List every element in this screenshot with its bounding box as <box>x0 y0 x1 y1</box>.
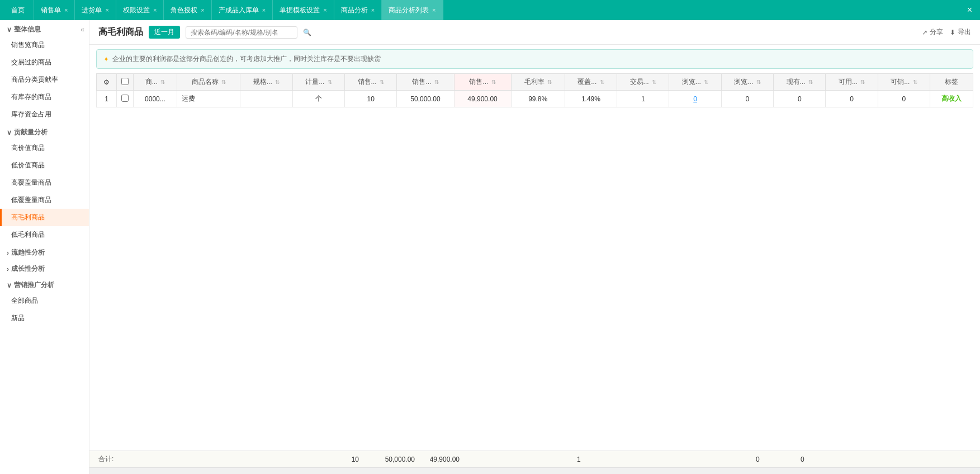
sidebar-item-sales-goods[interactable]: 销售览商品 <box>0 36 89 54</box>
sort-icon-available: ⇅ <box>860 79 865 85</box>
nav-tab-purchase-order-label: 进货单 <box>82 6 102 15</box>
footer-sales-amount: 50,000.00 <box>377 456 422 463</box>
export-button[interactable]: ⬇ 导出 <box>950 27 971 37</box>
col-browse1[interactable]: 浏览... ⇅ <box>669 74 721 91</box>
col-spec[interactable]: 规格... ⇅ <box>240 74 292 91</box>
col-code[interactable]: 商... ⇅ <box>134 74 177 91</box>
sidebar-group-wealth[interactable]: ∨ 贡献量分析 <box>0 123 89 139</box>
col-sales-qty[interactable]: 销售... ⇅ <box>345 74 397 91</box>
col-browse2[interactable]: 浏览... ⇅ <box>721 74 773 91</box>
nav-tab-product-import-close[interactable]: × <box>262 7 266 13</box>
nav-tab-order-template-close[interactable]: × <box>323 7 326 13</box>
info-icon: ✦ <box>103 55 109 63</box>
table-row: 1 0000... 运费 个 10 50,000.00 49,900.00 99… <box>97 91 973 107</box>
sidebar-group-overall-title: 整体信息 <box>14 25 41 34</box>
cell-current-stock: 0 <box>774 91 826 107</box>
select-all-checkbox[interactable] <box>121 78 129 85</box>
col-saleable[interactable]: 可销... ⇅ <box>878 74 930 91</box>
nav-tab-product-analysis-list-close[interactable]: × <box>432 7 435 13</box>
nav-tab-product-analysis-close[interactable]: × <box>371 7 375 13</box>
sidebar-item-goods-contribution[interactable]: 商品分类贡献率 <box>0 71 89 88</box>
share-button[interactable]: ↗ 分享 <box>922 27 943 37</box>
nav-tab-purchase-order-close[interactable]: × <box>105 7 108 13</box>
sidebar-item-low-margin[interactable]: 低毛利商品 <box>0 226 89 243</box>
cell-coverage: 1.49% <box>565 91 617 107</box>
col-sales-cost[interactable]: 销售... ⇅ <box>454 74 511 91</box>
footer-saleable: 0 <box>780 456 825 463</box>
filter-recent-month-button[interactable]: 近一月 <box>149 26 180 39</box>
sidebar-item-in-stock-goods[interactable]: 有库存的商品 <box>0 88 89 106</box>
sidebar-group-marketing-arrow: ∨ <box>7 281 12 289</box>
nav-tab-product-analysis[interactable]: 商品分析 × <box>334 0 382 20</box>
col-checkbox[interactable] <box>117 74 134 91</box>
nav-tab-role-permission-close[interactable]: × <box>201 7 204 13</box>
col-settings[interactable]: ⚙ <box>97 74 117 91</box>
sidebar-item-high-margin[interactable]: 高毛利商品 <box>0 209 89 226</box>
nav-tab-role-permission[interactable]: 角色授权 × <box>164 0 211 20</box>
nav-tab-sales-order-label: 销售单 <box>41 6 61 15</box>
sidebar-group-trend-arrow: › <box>7 249 9 257</box>
sort-icon-transaction: ⇅ <box>652 79 656 85</box>
info-banner: ✦ 企业的主要的利润都是这部分商品创造的，可考虑加大推广，同时关注库存是不要出现… <box>96 49 973 69</box>
sidebar-group-trend[interactable]: › 流趋性分析 <box>0 243 89 260</box>
sidebar-group-marketing[interactable]: ∨ 营销推广分析 <box>0 276 89 292</box>
col-tag[interactable]: 标签 <box>930 74 973 91</box>
sidebar-group-growth-arrow: › <box>7 265 9 273</box>
cell-browse1[interactable]: 0 <box>669 91 721 107</box>
sidebar-item-high-value[interactable]: 高价值商品 <box>0 139 89 157</box>
window-close-button[interactable]: × <box>962 5 978 15</box>
cell-name: 运费 <box>177 91 240 107</box>
col-current-stock[interactable]: 现有... ⇅ <box>774 74 826 91</box>
nav-tab-home[interactable]: 首页 <box>2 0 34 20</box>
footer-available: 0 <box>735 456 780 463</box>
search-icon[interactable]: 🔍 <box>303 29 311 36</box>
sidebar-collapse-button[interactable]: « <box>81 25 84 34</box>
nav-tab-sales-order-close[interactable]: × <box>64 7 68 13</box>
sort-icon-name: ⇅ <box>221 79 226 85</box>
content-area: 高毛利商品 近一月 🔍 ↗ 分享 ⬇ 导出 ✦ 企业的主要的利润都是这部分商品创… <box>89 20 980 474</box>
cell-index: 1 <box>97 91 117 107</box>
footer-bar: 合计: 10 50,000.00 49,900.00 1 0 0 <box>89 450 980 467</box>
nav-tab-order-template[interactable]: 单据模板设置 × <box>273 0 334 20</box>
nav-tab-permission-settings-label: 权限设置 <box>123 6 150 15</box>
sidebar-group-growth[interactable]: › 成长性分析 <box>0 260 89 276</box>
nav-tab-sales-order[interactable]: 销售单 × <box>34 0 75 20</box>
col-unit[interactable]: 计量... ⇅ <box>292 74 344 91</box>
sidebar-group-overall[interactable]: ∨ 整体信息 <box>0 20 89 36</box>
nav-tab-product-import[interactable]: 产成品入库单 × <box>212 0 273 20</box>
footer-sales-cost: 49,900.00 <box>422 456 467 463</box>
sidebar-item-high-freq[interactable]: 高覆盖量商品 <box>0 174 89 191</box>
export-icon: ⬇ <box>950 29 955 36</box>
table-header-row: ⚙ 商... ⇅ 商品名称 ⇅ <box>97 74 973 91</box>
col-sales-amount[interactable]: 销售... ⇅ <box>397 74 454 91</box>
row-checkbox[interactable] <box>121 95 129 102</box>
col-coverage[interactable]: 覆盖... ⇅ <box>565 74 617 91</box>
sidebar-item-new-goods[interactable]: 新品 <box>0 309 89 327</box>
sidebar-item-stock-capital[interactable]: 库存资金占用 <box>0 106 89 123</box>
sort-icon-coverage: ⇅ <box>600 79 604 85</box>
sidebar-item-low-value[interactable]: 低价值商品 <box>0 157 89 174</box>
sidebar-item-traded-goods[interactable]: 交易过的商品 <box>0 54 89 71</box>
nav-tab-permission-settings[interactable]: 权限设置 × <box>116 0 164 20</box>
header-actions: ↗ 分享 ⬇ 导出 <box>922 27 971 37</box>
nav-tab-purchase-order[interactable]: 进货单 × <box>75 0 116 20</box>
sidebar-group-wealth-title: 贡献量分析 <box>14 128 48 137</box>
sidebar-item-low-freq[interactable]: 低覆盖量商品 <box>0 191 89 209</box>
horizontal-scrollbar[interactable] <box>89 467 980 474</box>
col-margin-rate[interactable]: 毛利率 ⇅ <box>511 74 565 91</box>
col-name[interactable]: 商品名称 ⇅ <box>177 74 240 91</box>
nav-tab-home-label: 首页 <box>11 6 25 15</box>
nav-tab-permission-settings-close[interactable]: × <box>153 7 157 13</box>
cell-margin-rate: 99.8% <box>511 91 565 107</box>
col-available[interactable]: 可用... ⇅ <box>826 74 878 91</box>
footer-label: 合计: <box>98 454 113 464</box>
col-transaction[interactable]: 交易... ⇅ <box>617 74 669 91</box>
search-input[interactable] <box>186 26 297 39</box>
sort-icon-unit: ⇅ <box>328 79 332 85</box>
sidebar-group-overall-arrow: ∨ <box>7 26 12 34</box>
sort-icon-current-stock: ⇅ <box>808 79 813 85</box>
sidebar-item-all-goods[interactable]: 全部商品 <box>0 292 89 309</box>
cell-checkbox[interactable] <box>117 91 134 107</box>
nav-tab-product-analysis-list[interactable]: 商品分析列表 × <box>382 0 443 20</box>
cell-available: 0 <box>826 91 878 107</box>
